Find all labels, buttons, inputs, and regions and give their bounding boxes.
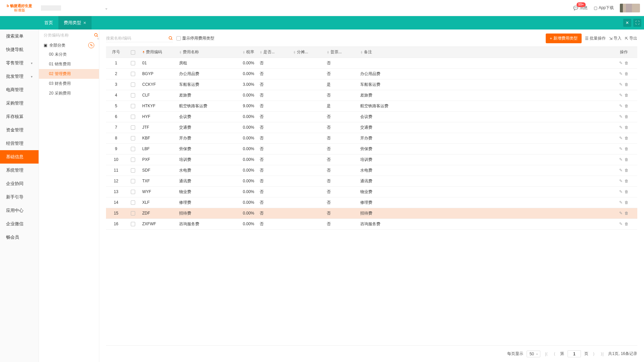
table-row[interactable]: 14XLF修理费0.00%否否修理费✎🗑 xyxy=(106,197,637,208)
sidebar-item[interactable]: 批发管理▾ xyxy=(0,70,39,83)
app-download-button[interactable]: ▢ App下载 xyxy=(594,5,614,11)
cell-checkbox[interactable] xyxy=(126,154,140,165)
edit-icon[interactable]: ✎ xyxy=(619,157,623,162)
edit-icon[interactable]: ✎ xyxy=(619,82,623,87)
cell-checkbox[interactable] xyxy=(126,176,140,186)
edit-icon[interactable]: ✎ xyxy=(619,71,623,76)
org-selector[interactable]: ⌄ xyxy=(41,5,108,11)
table-row[interactable]: 11SDF水电费0.00%否否水电费✎🗑 xyxy=(106,165,637,176)
sidebar-item[interactable]: 电商管理 xyxy=(0,83,39,97)
cell-checkbox[interactable] xyxy=(126,111,140,122)
cell-checkbox[interactable] xyxy=(126,186,140,197)
delete-icon[interactable]: 🗑 xyxy=(625,146,629,151)
sidebar-item[interactable]: 资金管理 xyxy=(0,123,39,137)
delete-icon[interactable]: 🗑 xyxy=(625,200,629,205)
edit-icon[interactable]: ✎ xyxy=(619,114,623,119)
category-tree-item[interactable]: 01 销售费用 xyxy=(39,59,99,69)
cell-checkbox[interactable] xyxy=(126,79,140,90)
sidebar-item[interactable]: 畅会员 xyxy=(0,231,39,244)
cell-checkbox[interactable] xyxy=(126,197,140,208)
delete-icon[interactable]: 🗑 xyxy=(625,157,629,162)
table-row[interactable]: 10PXF培训费0.00%否否培训费✎🗑 xyxy=(106,154,637,165)
table-row[interactable]: 2BGYP办公用品费0.00%否否办公用品费✎🗑 xyxy=(106,68,637,79)
cell-checkbox[interactable] xyxy=(126,58,140,68)
category-tree-item[interactable]: 03 财务费用 xyxy=(39,79,99,88)
tab-expense-type[interactable]: 费用类型 ✕ xyxy=(58,16,92,29)
search-icon[interactable] xyxy=(168,36,173,41)
cell-checkbox[interactable] xyxy=(126,68,140,79)
sidebar-item[interactable]: 搜索菜单 xyxy=(0,29,39,43)
category-tree-item[interactable]: 02 管理费用 xyxy=(39,69,99,79)
sidebar-item[interactable]: 新手引导 xyxy=(0,190,39,204)
sidebar-item[interactable]: 零售管理▾ xyxy=(0,56,39,70)
table-row[interactable]: 101房租0.00%否否✎🗑 xyxy=(106,58,637,68)
cell-checkbox[interactable] xyxy=(126,122,140,133)
close-icon[interactable]: ✕ xyxy=(83,21,86,25)
messages-button[interactable]: 💬 99+ 消息 xyxy=(573,5,588,11)
fullscreen-button[interactable]: ⛶ xyxy=(633,19,641,27)
sidebar-item[interactable]: 企业协同 xyxy=(0,177,39,190)
page-input[interactable] xyxy=(568,350,581,357)
edit-icon[interactable]: ✎ xyxy=(619,168,623,173)
col-bool1[interactable]: ▲▼是否... xyxy=(257,47,290,58)
import-button[interactable]: ⇲导入 xyxy=(609,36,622,41)
edit-icon[interactable]: ✎ xyxy=(619,211,623,216)
edit-icon[interactable]: ✎ xyxy=(619,104,623,108)
per-page-select[interactable]: 50 xyxy=(527,351,540,357)
table-row[interactable]: 9LBF劳保费0.00%否否劳保费✎🗑 xyxy=(106,143,637,154)
show-disabled-checkbox[interactable]: 显示停用费用类型 xyxy=(176,36,214,41)
table-row[interactable]: 12TXF通讯费0.00%否否通讯费✎🗑 xyxy=(106,176,637,186)
col-name[interactable]: ▲▼费用名称 xyxy=(176,47,230,58)
cell-checkbox[interactable] xyxy=(126,219,140,229)
sidebar-item[interactable]: 企业微信 xyxy=(0,217,39,231)
category-root-label[interactable]: 全部分类 xyxy=(49,43,65,48)
close-all-tabs-button[interactable]: ✕ xyxy=(623,19,631,27)
delete-icon[interactable]: 🗑 xyxy=(625,189,629,194)
export-button[interactable]: ⇱导出 xyxy=(625,36,637,41)
table-row[interactable]: 3CCKYF车船客运费3.00%否是车船客运费✎🗑 xyxy=(106,79,637,90)
sidebar-item[interactable]: 快捷导航 xyxy=(0,43,39,56)
sidebar-item[interactable]: 采购管理 xyxy=(0,97,39,110)
sidebar-item[interactable]: 基础信息 xyxy=(0,150,39,164)
delete-icon[interactable]: 🗑 xyxy=(625,61,629,65)
table-row[interactable]: 7JTF交通费0.00%否否交通费✎🗑 xyxy=(106,122,637,133)
delete-icon[interactable]: 🗑 xyxy=(625,104,629,108)
edit-categories-button[interactable]: ✎ xyxy=(88,42,94,48)
next-page-button[interactable]: ⟩ xyxy=(592,352,596,356)
first-page-button[interactable]: |⟨ xyxy=(544,352,549,356)
sidebar-item[interactable]: 系统管理 xyxy=(0,164,39,177)
cell-checkbox[interactable] xyxy=(126,133,140,143)
delete-icon[interactable]: 🗑 xyxy=(625,211,629,216)
table-row[interactable]: 15ZDF招待费0.00%否否招待费✎🗑 xyxy=(106,208,637,219)
delete-icon[interactable]: 🗑 xyxy=(625,168,629,173)
edit-icon[interactable]: ✎ xyxy=(619,179,623,183)
sidebar-item[interactable]: 库存核算 xyxy=(0,110,39,123)
edit-icon[interactable]: ✎ xyxy=(619,189,623,194)
table-row[interactable]: 16ZXFWF咨询服务费0.00%否否咨询服务费✎🗑 xyxy=(106,219,637,229)
table-row[interactable]: 4CLF差旅费0.00%否否差旅费✎🗑 xyxy=(106,90,637,101)
cell-checkbox[interactable] xyxy=(126,208,140,219)
col-note[interactable]: ▲▼备注 xyxy=(358,47,610,58)
col-checkbox[interactable] xyxy=(126,47,140,58)
delete-icon[interactable]: 🗑 xyxy=(625,179,629,183)
delete-icon[interactable]: 🗑 xyxy=(625,114,629,119)
prev-page-button[interactable]: ⟨ xyxy=(552,352,557,356)
sidebar-item[interactable]: 经营管理 xyxy=(0,137,39,150)
edit-icon[interactable]: ✎ xyxy=(619,136,623,140)
avatar[interactable] xyxy=(620,4,640,12)
table-row[interactable]: 13WYF物业费0.00%否否物业费✎🗑 xyxy=(106,186,637,197)
category-tree-item[interactable]: 00 未分类 xyxy=(39,50,99,59)
col-code[interactable]: ▲▼费用编码 xyxy=(140,47,176,58)
delete-icon[interactable]: 🗑 xyxy=(625,93,629,98)
delete-icon[interactable]: 🗑 xyxy=(625,125,629,130)
edit-icon[interactable]: ✎ xyxy=(619,222,623,226)
category-tree-item[interactable]: 20 采购费用 xyxy=(39,88,99,98)
col-rate[interactable]: ▲▼税率 xyxy=(230,47,257,58)
sidebar-item[interactable]: 应用中心 xyxy=(0,204,39,217)
table-row[interactable]: 8KBF开办费0.00%否否开办费✎🗑 xyxy=(106,133,637,143)
cell-checkbox[interactable] xyxy=(126,101,140,111)
collapse-tree-button[interactable]: « xyxy=(97,36,99,41)
table-row[interactable]: 6HYF会议费0.00%否否会议费✎🗑 xyxy=(106,111,637,122)
category-search-input[interactable] xyxy=(44,33,94,38)
cell-checkbox[interactable] xyxy=(126,90,140,101)
